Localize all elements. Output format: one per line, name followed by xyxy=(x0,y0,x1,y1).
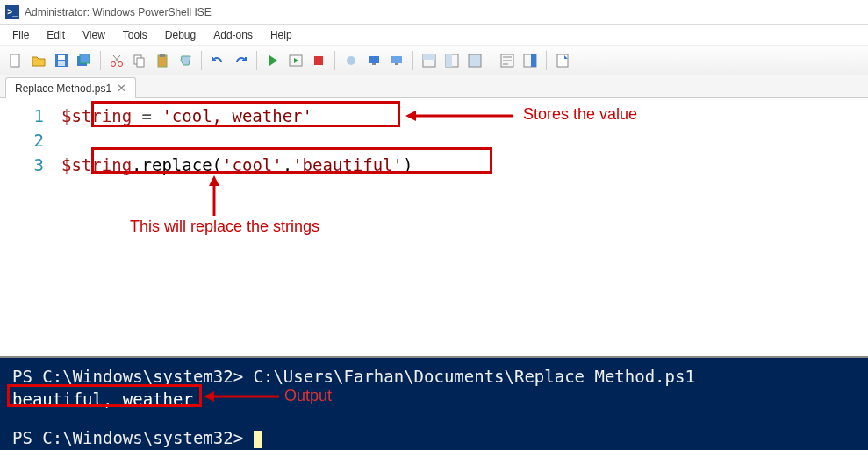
svg-rect-27 xyxy=(557,54,568,67)
svg-rect-0 xyxy=(11,54,19,67)
arrow-output xyxy=(204,388,283,405)
commands-button[interactable] xyxy=(497,50,518,71)
options-button[interactable] xyxy=(552,50,573,71)
tab-replace-method[interactable]: Replace Method.ps1 ✕ xyxy=(5,77,136,98)
toolbar xyxy=(0,46,868,75)
menu-tools[interactable]: Tools xyxy=(114,26,156,44)
breakpoint-button[interactable] xyxy=(341,50,362,71)
svg-point-7 xyxy=(118,61,123,66)
svg-marker-31 xyxy=(209,175,219,186)
console-pane[interactable]: PS C:\Windows\system32> C:\Users\Farhan\… xyxy=(0,356,868,450)
addons-pane-button[interactable] xyxy=(520,50,541,71)
svg-rect-17 xyxy=(391,56,402,63)
script-editor[interactable]: 1 $string = 'cool, weather' 2 3 $string.… xyxy=(0,98,868,356)
console-blank-line xyxy=(12,411,856,426)
tab-bar: Replace Method.ps1 ✕ xyxy=(0,75,868,98)
run-selection-button[interactable] xyxy=(285,50,306,71)
svg-rect-20 xyxy=(423,54,435,60)
close-icon[interactable]: ✕ xyxy=(117,82,126,95)
highlight-box-output xyxy=(7,384,202,407)
menu-edit[interactable]: Edit xyxy=(38,26,74,44)
save-all-button[interactable] xyxy=(74,50,95,71)
toolbar-separator xyxy=(201,51,202,70)
open-button[interactable] xyxy=(28,50,49,71)
cursor-icon xyxy=(254,431,262,448)
svg-rect-2 xyxy=(58,55,65,60)
menu-help[interactable]: Help xyxy=(262,26,301,44)
toolbar-separator xyxy=(334,51,335,70)
tab-label: Replace Method.ps1 xyxy=(15,82,111,95)
window-title: Administrator: Windows PowerShell ISE xyxy=(25,6,212,18)
toolbar-separator xyxy=(491,51,491,70)
svg-rect-9 xyxy=(137,58,144,67)
svg-rect-11 xyxy=(160,54,165,57)
remote-button[interactable] xyxy=(386,50,407,71)
run-button[interactable] xyxy=(262,50,283,71)
svg-rect-23 xyxy=(469,54,481,67)
svg-rect-26 xyxy=(531,54,536,67)
menu-file[interactable]: File xyxy=(4,26,38,44)
toolbar-separator xyxy=(412,51,413,70)
cut-button[interactable] xyxy=(106,50,127,71)
clear-button[interactable] xyxy=(175,50,196,71)
svg-rect-18 xyxy=(395,63,398,65)
annotation-output: Output xyxy=(284,384,332,407)
svg-rect-16 xyxy=(372,63,376,65)
redo-button[interactable] xyxy=(230,50,251,71)
menu-debug[interactable]: Debug xyxy=(156,26,204,44)
save-button[interactable] xyxy=(51,50,72,71)
toolbar-separator xyxy=(256,51,257,70)
arrow-replace-strings xyxy=(205,175,223,218)
svg-rect-5 xyxy=(80,54,90,63)
svg-point-6 xyxy=(111,61,116,66)
new-button[interactable] xyxy=(5,50,26,71)
layout-max-button[interactable] xyxy=(464,50,485,71)
show-script-button[interactable] xyxy=(419,50,440,71)
highlight-box-line3 xyxy=(91,147,492,174)
svg-rect-22 xyxy=(446,54,452,67)
svg-point-14 xyxy=(347,56,355,65)
title-bar: >_ Administrator: Windows PowerShell ISE xyxy=(0,0,868,25)
new-remote-button[interactable] xyxy=(363,50,384,71)
menu-addons[interactable]: Add-ons xyxy=(204,26,262,44)
annotation-replace-strings: This will replace the strings xyxy=(130,218,319,236)
line-number: 2 xyxy=(0,131,61,150)
menu-view[interactable]: View xyxy=(74,26,114,44)
svg-marker-33 xyxy=(204,391,214,402)
app-icon: >_ xyxy=(5,5,19,19)
console-line-prompt2: PS C:\Windows\system32> xyxy=(12,426,856,449)
undo-button[interactable] xyxy=(207,50,228,71)
highlight-box-line1 xyxy=(91,101,400,127)
toolbar-separator xyxy=(100,51,101,70)
line-number: 3 xyxy=(0,155,61,175)
svg-marker-29 xyxy=(405,111,416,121)
stop-button[interactable] xyxy=(308,50,329,71)
svg-rect-3 xyxy=(58,61,65,66)
arrow-stores-value xyxy=(404,107,518,125)
svg-rect-15 xyxy=(369,56,379,63)
paste-button[interactable] xyxy=(152,50,173,71)
svg-rect-13 xyxy=(314,56,323,65)
copy-button[interactable] xyxy=(129,50,150,71)
layout-side-button[interactable] xyxy=(441,50,463,71)
toolbar-separator xyxy=(546,51,547,70)
menu-bar: File Edit View Tools Debug Add-ons Help xyxy=(0,25,868,46)
line-number: 1 xyxy=(0,106,61,125)
annotation-stores-value: Stores the value xyxy=(523,105,637,124)
